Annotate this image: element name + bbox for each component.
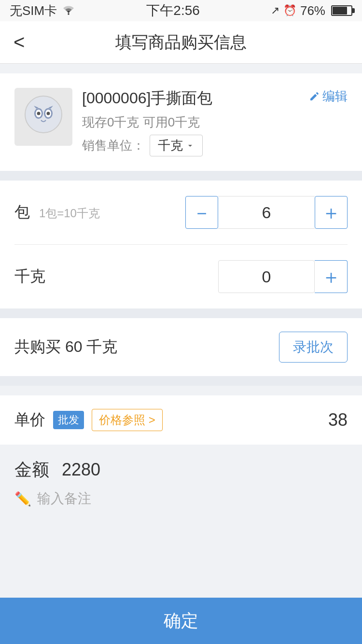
svg-point-1 [25, 96, 62, 133]
amount-label: 金额 [14, 460, 49, 479]
remark-placeholder: 输入备注 [37, 490, 91, 508]
pencil-icon: ✏️ [14, 491, 31, 507]
svg-point-6 [37, 112, 41, 115]
product-logo-icon [24, 95, 63, 139]
amount-value: 2280 [62, 460, 100, 479]
carrier-text: 无SIM卡 [10, 2, 57, 19]
battery-text: 76% [300, 3, 325, 18]
package-label-group: 包 1包=10千克 [14, 202, 100, 223]
amount-section: 金额 2280 ✏️ 输入备注 [0, 445, 362, 518]
divider-2 [0, 308, 362, 318]
package-qty-input[interactable] [218, 196, 315, 229]
status-right: ↗ ⏰ 76% [271, 3, 352, 18]
confirm-button[interactable]: 确定 [0, 598, 362, 644]
alarm-icon: ⏰ [283, 4, 296, 17]
divider-3 [0, 376, 362, 386]
product-title: [0000006]手撕面包 [82, 88, 212, 109]
product-unit-row: 销售单位： 千克 [82, 135, 348, 156]
edit-button[interactable]: 编辑 [309, 88, 348, 105]
package-quantity-control: － ＋ [185, 196, 348, 229]
divider-1 [0, 171, 362, 181]
status-bar: 无SIM卡 下午2:56 ↗ ⏰ 76% [0, 0, 362, 21]
price-value: 38 [328, 410, 348, 430]
unit-label: 销售单位： [82, 137, 145, 154]
unit-select[interactable]: 千克 [150, 135, 203, 156]
svg-point-0 [68, 13, 70, 15]
price-section: 单价 批发 价格参照 > 38 [0, 395, 362, 445]
package-hint: 1包=10千克 [39, 207, 100, 220]
package-row: 包 1包=10千克 － ＋ [14, 181, 348, 245]
kg-qty-input[interactable] [218, 260, 315, 293]
kg-row: 千克 ＋ [14, 245, 348, 308]
unit-value: 千克 [158, 137, 183, 154]
product-card: [0000006]手撕面包 编辑 现存0千克 可用0千克 销售单位： 千克 [0, 73, 362, 171]
status-left: 无SIM卡 [10, 2, 75, 19]
amount-row: 金额 2280 [14, 458, 348, 482]
price-label: 单价 [14, 409, 45, 431]
status-time: 下午2:56 [146, 1, 200, 20]
page-title: 填写商品购买信息 [115, 31, 247, 54]
wifi-icon [62, 3, 75, 18]
remark-row[interactable]: ✏️ 输入备注 [14, 490, 348, 518]
package-label: 包 [14, 203, 30, 221]
product-top-row: [0000006]手撕面包 编辑 [82, 88, 348, 109]
summary-text: 共购买 60 千克 [14, 336, 117, 358]
edit-label: 编辑 [322, 88, 348, 105]
product-image [14, 88, 72, 146]
package-plus-btn[interactable]: ＋ [315, 196, 348, 229]
back-button[interactable]: < [14, 31, 25, 53]
price-ref-button[interactable]: 价格参照 > [92, 409, 163, 431]
location-icon: ↗ [271, 4, 279, 17]
kg-quantity-control: ＋ [218, 260, 348, 293]
product-info: [0000006]手撕面包 编辑 现存0千克 可用0千克 销售单位： 千克 [82, 88, 348, 156]
input-section: 包 1包=10千克 － ＋ 千克 ＋ [0, 181, 362, 308]
package-minus-btn[interactable]: － [185, 196, 218, 229]
kg-label: 千克 [14, 267, 45, 285]
summary-section: 共购买 60 千克 录批次 [0, 318, 362, 376]
svg-point-7 [47, 112, 50, 115]
kg-label-group: 千克 [14, 266, 45, 287]
batch-button[interactable]: 录批次 [279, 332, 348, 363]
kg-plus-btn[interactable]: ＋ [315, 260, 348, 293]
price-badge: 批发 [53, 411, 84, 429]
nav-bar: < 填写商品购买信息 [0, 21, 362, 64]
price-row: 单价 批发 价格参照 > 38 [14, 409, 348, 431]
battery-icon [331, 5, 352, 16]
product-stock: 现存0千克 可用0千克 [82, 114, 348, 131]
